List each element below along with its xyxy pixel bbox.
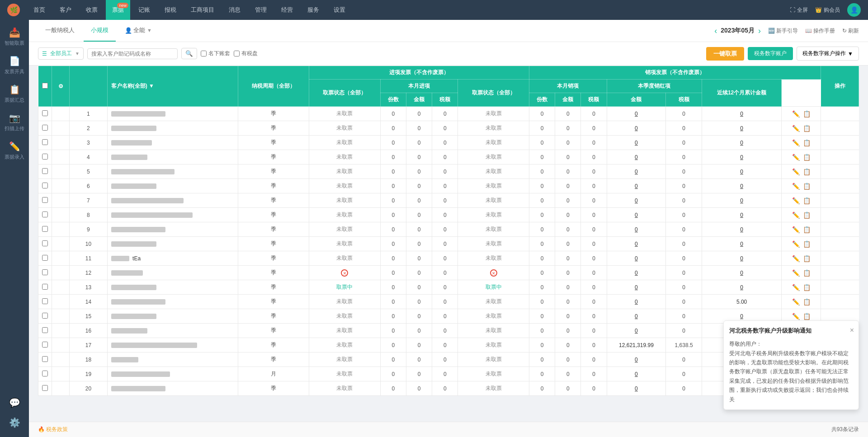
row-checkbox[interactable] — [42, 371, 48, 376]
row-checkbox[interactable] — [42, 226, 48, 232]
na-xia-shu-checkbox[interactable] — [201, 51, 207, 56]
sidebar-item-entry[interactable]: ✏️ 票据录入 — [2, 137, 27, 164]
copy-icon[interactable]: 📋 — [803, 284, 811, 291]
row-checkbox[interactable] — [42, 183, 48, 188]
th-tax-period[interactable]: 纳税周期（全部） — [238, 66, 309, 107]
row-checkbox[interactable] — [42, 298, 48, 304]
row-checkbox[interactable] — [42, 110, 48, 116]
row-client-name[interactable] — [107, 222, 238, 237]
one-key-ticket-btn[interactable]: 一键取票 — [706, 47, 744, 61]
nav-invoice[interactable]: 票据 new — [106, 0, 130, 20]
row-checkbox[interactable] — [42, 284, 48, 290]
row-checkbox[interactable] — [42, 342, 48, 348]
row-out-status[interactable]: 未取票 — [458, 193, 529, 208]
edit-icon[interactable]: ✏️ — [792, 110, 800, 117]
row-in-status[interactable]: 未取票 — [309, 121, 381, 136]
policy-link[interactable]: 🔥 税务政策 — [38, 426, 68, 433]
row-in-status[interactable]: × — [309, 266, 381, 280]
edit-icon[interactable]: ✏️ — [792, 284, 800, 291]
copy-icon[interactable]: 📋 — [803, 168, 811, 175]
row-checkbox[interactable] — [42, 197, 48, 203]
row-out-status[interactable]: 未取票 — [458, 338, 529, 352]
you-shui-checkbox[interactable] — [234, 51, 240, 56]
copy-icon[interactable]: 📋 — [803, 211, 811, 219]
th-in-fetch-status[interactable]: 取票状态（全部） — [309, 80, 381, 107]
copy-icon[interactable]: 📋 — [803, 240, 811, 248]
row-client-name[interactable]: tEa — [107, 251, 238, 266]
search-button[interactable]: 🔍 — [181, 48, 197, 59]
row-out-status[interactable]: 未取票 — [458, 381, 529, 396]
row-out-status[interactable]: 取票中 — [458, 280, 529, 295]
row-out-status[interactable]: 未取票 — [458, 309, 529, 324]
nav-receipt[interactable]: 收票 — [80, 0, 104, 20]
row-in-status[interactable]: 取票中 — [309, 280, 381, 295]
nav-manage[interactable]: 管理 — [249, 0, 273, 20]
tax-digital-btn[interactable]: 税务数字账户 — [748, 47, 793, 60]
row-client-name[interactable] — [107, 324, 238, 338]
row-client-name[interactable] — [107, 136, 238, 150]
row-in-status[interactable]: 未取票 — [309, 309, 381, 324]
row-out-status[interactable]: 未取票 — [458, 367, 529, 381]
sidebar-item-scan[interactable]: 📷 扫描上传 — [2, 109, 27, 136]
manual-btn[interactable]: 📖 操作手册 — [805, 27, 835, 35]
edit-icon[interactable]: ✏️ — [792, 240, 800, 248]
row-client-name[interactable] — [107, 295, 238, 309]
row-client-name[interactable] — [107, 381, 238, 396]
copy-icon[interactable]: 📋 — [803, 226, 811, 233]
edit-icon[interactable]: ✏️ — [792, 197, 800, 204]
row-in-status[interactable]: 未取票 — [309, 150, 381, 164]
sidebar-item-chat[interactable]: 💬 — [2, 394, 27, 412]
row-out-status[interactable]: 未取票 — [458, 107, 529, 121]
new-guide-btn[interactable]: 🆕 新手引导 — [768, 27, 798, 35]
row-out-status[interactable]: × — [458, 266, 529, 280]
row-client-name[interactable] — [107, 193, 238, 208]
row-checkbox[interactable] — [42, 327, 48, 333]
row-out-status[interactable]: 未取票 — [458, 251, 529, 266]
row-out-status[interactable]: 未取票 — [458, 295, 529, 309]
edit-icon[interactable]: ✏️ — [792, 298, 800, 305]
row-checkbox[interactable] — [42, 154, 48, 160]
row-out-status[interactable]: 未取票 — [458, 150, 529, 164]
row-checkbox[interactable] — [42, 168, 48, 174]
row-in-status[interactable]: 未取票 — [309, 164, 381, 179]
edit-icon[interactable]: ✏️ — [792, 269, 800, 277]
row-out-status[interactable]: 未取票 — [458, 324, 529, 338]
sidebar-item-config[interactable]: ⚙️ — [2, 414, 27, 432]
row-out-status[interactable]: 未取票 — [458, 179, 529, 193]
row-in-status[interactable]: 未取票 — [309, 338, 381, 352]
row-in-status[interactable]: 未取票 — [309, 295, 381, 309]
edit-icon[interactable]: ✏️ — [792, 255, 800, 262]
nav-operation[interactable]: 经营 — [275, 0, 299, 20]
row-in-status[interactable]: 未取票 — [309, 352, 381, 367]
edit-icon[interactable]: ✏️ — [792, 168, 800, 175]
date-next-btn[interactable]: › — [758, 26, 761, 36]
nav-message[interactable]: 消息 — [222, 0, 247, 20]
row-out-status[interactable]: 未取票 — [458, 208, 529, 222]
edit-icon[interactable]: ✏️ — [792, 183, 800, 190]
row-in-status[interactable]: 未取票 — [309, 193, 381, 208]
search-input[interactable] — [87, 48, 178, 59]
edit-icon[interactable]: ✏️ — [792, 313, 800, 320]
row-checkbox[interactable] — [42, 313, 48, 319]
th-client-name[interactable]: 客户名称(全部) ▼ — [107, 66, 238, 107]
copy-icon[interactable]: 📋 — [803, 139, 811, 146]
row-checkbox[interactable] — [42, 356, 48, 362]
refresh-btn[interactable]: ↻ 刷新 — [842, 27, 859, 35]
fullscreen-btn[interactable]: ⛶ 全屏 — [790, 6, 808, 14]
select-all-checkbox[interactable] — [42, 83, 48, 89]
edit-icon[interactable]: ✏️ — [792, 211, 800, 219]
row-checkbox[interactable] — [42, 211, 48, 217]
employee-filter[interactable]: ☰ 全部员工 ▼ — [38, 47, 84, 60]
copy-icon[interactable]: 📋 — [803, 269, 811, 277]
member-btn[interactable]: 👑 购会员 — [815, 6, 840, 14]
copy-icon[interactable]: 📋 — [803, 298, 811, 305]
row-checkbox[interactable] — [42, 139, 48, 145]
row-client-name[interactable] — [107, 338, 238, 352]
row-out-status[interactable]: 未取票 — [458, 121, 529, 136]
copy-icon[interactable]: 📋 — [803, 197, 811, 204]
sidebar-item-smart-ticket[interactable]: 📥 智能取票 — [2, 23, 27, 50]
notification-close-btn[interactable]: × — [850, 324, 854, 336]
row-checkbox[interactable] — [42, 269, 48, 275]
nav-home[interactable]: 首页 — [27, 0, 52, 20]
nav-accounting[interactable]: 记账 — [132, 0, 156, 20]
